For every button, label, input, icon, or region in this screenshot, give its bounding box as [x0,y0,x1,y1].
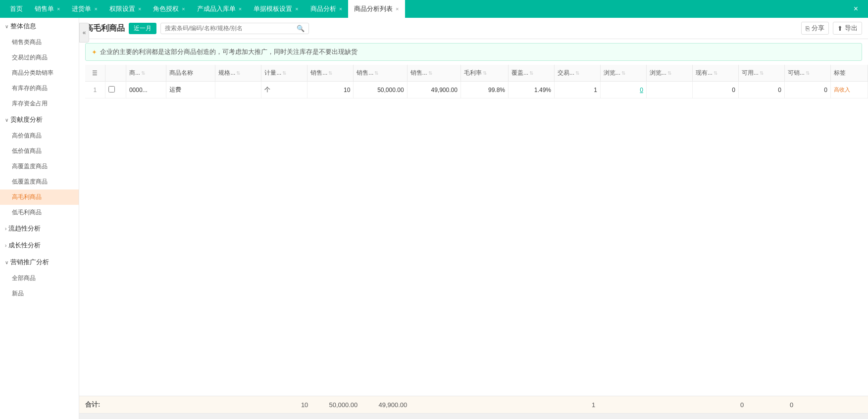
sidebar-group-整体信息[interactable]: ∨整体信息 [0,18,79,35]
sort-icon: ⇅ [575,70,579,76]
col-header-0: ☰ [85,65,105,82]
share-button[interactable]: ⎘ 分享 [801,22,829,35]
date-filter-button[interactable]: 近一月 [129,23,156,34]
table-row: 10000...运费个1050,000.0049,900.0099.8%1.49… [85,82,868,98]
nav-item-单据模板设置[interactable]: 单据模板设置× [248,0,304,18]
content-area: « 高毛利商品 近一月 🔍 ⎘ 分享 ⬆ 导出 ✦ 企 [79,18,868,419]
window-close-button[interactable]: × [848,4,864,13]
search-icon[interactable]: 🔍 [297,25,305,32]
info-banner: ✦ 企业的主要的利润都是这部分商品创造的，可考虑加大推广，同时关注库存是不要出现… [85,43,862,61]
main-layout: ∨整体信息销售类商品交易过的商品商品分类助销率有库存的商品库存资金占用∨贡献度分… [0,18,868,419]
footer-current-stock: 0 [704,401,744,409]
sidebar-group-营销推广分析[interactable]: ∨营销推广分析 [0,254,79,271]
nav-close-icon[interactable]: × [57,6,60,12]
nav-close-icon[interactable]: × [94,6,97,12]
sort-icon: ⇅ [483,70,487,76]
row-index: 1 [85,82,105,98]
sidebar-item-新品[interactable]: 新品 [0,286,79,301]
col-header-9[interactable]: 毛利率⇅ [460,65,508,82]
nav-item-首页[interactable]: 首页 [4,0,29,18]
col-header-15[interactable]: 可用...⇅ [738,65,784,82]
nav-item-角色授权[interactable]: 角色授权× [147,0,191,18]
sidebar-group-label: 流趋性分析 [8,224,41,233]
sort-icon: ⇅ [714,70,717,76]
search-box: 🔍 [160,23,309,34]
footer-available: 0 [754,401,793,409]
col-header-17: 标签 [830,65,868,82]
sidebar-toggle-button[interactable]: « [79,23,89,43]
sidebar-group-label: 营销推广分析 [10,258,49,267]
header-actions: ⎘ 分享 ⬆ 导出 [801,22,862,35]
sidebar-group-arrow: › [5,226,6,232]
sidebar-group-成长性分析[interactable]: ›成长性分析 [0,237,79,254]
sidebar-item-高毛利商品[interactable]: 高毛利商品 [0,189,79,205]
sidebar-item-交易过的商品[interactable]: 交易过的商品 [0,50,79,65]
footer-sales-amt: 50,000.00 [318,401,357,409]
col-header-16[interactable]: 可销...⇅ [784,65,830,82]
nav-close-icon[interactable]: × [138,6,141,12]
sort-icon: ⇅ [760,70,764,76]
row-transactions: 1 [555,82,601,98]
sidebar-item-商品分类助销率[interactable]: 商品分类助销率 [0,65,79,81]
sidebar-item-有库存的商品[interactable]: 有库存的商品 [0,81,79,96]
col-header-12[interactable]: 浏览...⇅ [600,65,646,82]
row-sales-amt: 50,000.00 [354,82,407,98]
footer-transactions: 1 [556,401,595,409]
row-browse2 [646,82,692,98]
sidebar-item-库存资金占用[interactable]: 库存资金占用 [0,96,79,111]
sidebar-item-全部商品[interactable]: 全部商品 [0,271,79,286]
sidebar-item-高覆盖度商品[interactable]: 高覆盖度商品 [0,159,79,174]
nav-close-icon[interactable]: × [396,6,399,12]
col-header-2[interactable]: 商...⇅ [126,65,166,82]
sort-icon: ⇅ [621,70,625,76]
nav-item-产成品入库单[interactable]: 产成品入库单× [191,0,248,18]
col-header-8[interactable]: 销售...⇅ [407,65,460,82]
col-header-5[interactable]: 计量...⇅ [261,65,307,82]
sidebar-item-低价值商品[interactable]: 低价值商品 [0,143,79,159]
table-footer: 合计: 10 50,000.00 49,900.00 1 0 0 [79,396,868,413]
nav-item-进货单[interactable]: 进货单× [66,0,103,18]
nav-close-icon[interactable]: × [239,6,242,12]
export-button[interactable]: ⬆ 导出 [833,22,862,35]
sidebar-item-高价值商品[interactable]: 高价值商品 [0,128,79,143]
row-name: 运费 [166,82,215,98]
col-header-11[interactable]: 交易...⇅ [555,65,601,82]
horizontal-scrollbar[interactable] [79,413,868,419]
row-tag: 高收入 [830,82,868,98]
nav-close-icon[interactable]: × [339,6,342,12]
col-header-1 [105,65,126,82]
col-header-7[interactable]: 销售...⇅ [354,65,407,82]
nav-item-销售单[interactable]: 销售单× [29,0,66,18]
nav-item-权限设置[interactable]: 权限设置× [103,0,147,18]
col-header-10[interactable]: 覆盖...⇅ [509,65,555,82]
row-available: 0 [738,82,784,98]
sidebar-group-label: 整体信息 [10,22,36,31]
col-header-4[interactable]: 规格...⇅ [215,65,261,82]
row-checkbox-input[interactable] [108,86,115,93]
nav-close-icon[interactable]: × [182,6,185,12]
col-header-13[interactable]: 浏览...⇅ [646,65,692,82]
sort-icon: ⇅ [282,70,286,76]
sidebar-group-arrow: › [5,243,6,248]
nav-close-icon[interactable]: × [295,6,298,12]
search-input[interactable] [165,25,297,32]
col-header-14[interactable]: 现有...⇅ [692,65,738,82]
page-title: 高毛利商品 [85,23,125,34]
row-coverage: 1.49% [509,82,555,98]
row-checkbox [105,82,126,98]
row-current-stock: 0 [692,82,738,98]
nav-item-商品分析[interactable]: 商品分析× [305,0,348,18]
row-saleable: 0 [784,82,830,98]
sidebar-item-销售类商品[interactable]: 销售类商品 [0,35,79,50]
col-header-6[interactable]: 销售...⇅ [307,65,354,82]
sidebar-group-arrow: ∨ [5,260,8,265]
sort-icon: ⇅ [374,70,378,76]
sidebar-group-流趋性分析[interactable]: ›流趋性分析 [0,220,79,237]
sidebar-group-贡献度分析[interactable]: ∨贡献度分析 [0,111,79,128]
sort-icon: ⇅ [667,70,671,76]
sidebar-item-低覆盖度商品[interactable]: 低覆盖度商品 [0,174,79,189]
row-sales-amt2: 49,900.00 [407,82,460,98]
nav-item-商品分析列表[interactable]: 商品分析列表× [348,0,405,18]
share-icon: ⎘ [806,25,810,32]
sidebar-item-低毛利商品[interactable]: 低毛利商品 [0,205,79,220]
